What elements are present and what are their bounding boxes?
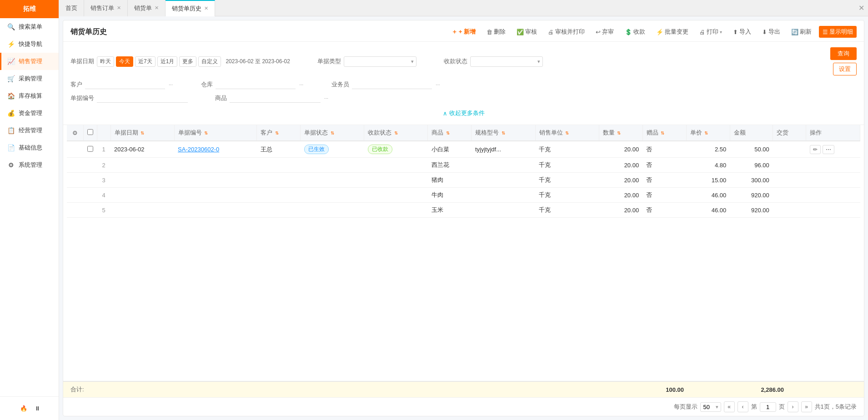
doc-type-select[interactable] <box>344 56 416 67</box>
query-button[interactable]: 查询 <box>830 47 857 60</box>
date-btn-custom[interactable]: 自定义 <box>198 56 221 67</box>
sidebar-item-basic-info[interactable]: 📄 基础信息 <box>0 139 59 156</box>
first-page-button[interactable]: « <box>724 401 735 412</box>
delete-button[interactable]: 🗑 删除 <box>483 26 509 38</box>
show-detail-button[interactable]: ☰ 显示明细 <box>819 26 857 38</box>
collect-status-select[interactable] <box>470 56 543 67</box>
td-check[interactable] <box>83 141 97 158</box>
date-btn-1month[interactable]: 近1月 <box>157 56 178 67</box>
th-collect-status-label: 收款状态 <box>368 129 391 136</box>
print-button[interactable]: 🖨 打印 ▾ <box>696 26 726 38</box>
sidebar-item-ops-mgmt[interactable]: 📋 经营管理 <box>0 122 59 139</box>
goods-dots[interactable]: ··· <box>323 95 329 101</box>
td-doc-status <box>301 188 364 203</box>
sidebar-item-sales-mgmt[interactable]: 📈 销售管理 <box>0 53 59 70</box>
close-sales-history-tab[interactable]: ✕ <box>204 6 208 11</box>
date-btn-7days[interactable]: 近7天 <box>135 56 156 67</box>
th-spec[interactable]: 规格型号 ⇅ <box>472 125 535 141</box>
prev-page-button[interactable]: ‹ <box>738 401 748 412</box>
date-btn-today[interactable]: 今天 <box>116 56 133 67</box>
customer-input[interactable] <box>85 80 165 89</box>
td-collect-status <box>364 173 428 188</box>
batch-change-button[interactable]: ⚡ 批量变更 <box>652 26 692 38</box>
table-row: 1 2023-06-02 SA-20230602-0 王总 已生效 已收款 小白… <box>67 141 860 158</box>
sidebar-item-sys-mgmt[interactable]: ⚙ 系统管理 <box>0 156 59 174</box>
sidebar-item-label: 搜索菜单 <box>19 23 42 31</box>
more-action-button[interactable]: ⋯ <box>823 145 834 154</box>
th-customer[interactable]: 客户 ⇅ <box>257 125 301 141</box>
salesperson-input[interactable] <box>352 80 432 89</box>
close-sales-goods-tab[interactable]: ✕ <box>155 5 159 10</box>
detail-icon: ☰ <box>823 29 828 35</box>
audit-button[interactable]: ✅ 审核 <box>513 26 541 38</box>
pause-icon[interactable]: ⏸ <box>35 405 40 412</box>
close-sales-order-tab[interactable]: ✕ <box>117 5 121 10</box>
doc-icon: 📄 <box>7 144 15 151</box>
td-gear <box>67 173 83 188</box>
th-date[interactable]: 单据日期 ⇅ <box>110 125 174 141</box>
th-doc-status[interactable]: 单据状态 ⇅ <box>301 125 364 141</box>
refresh-button[interactable]: 🔄 刷新 <box>788 26 815 38</box>
salesperson-dots[interactable]: ··· <box>435 82 441 87</box>
sidebar-item-inventory[interactable]: 🏠 库存核算 <box>0 87 59 105</box>
date-btn-more[interactable]: 更多 <box>179 56 196 67</box>
set-button[interactable]: 设置 <box>833 63 857 75</box>
td-customer <box>257 173 301 188</box>
goods-input[interactable] <box>230 94 321 103</box>
td-amount: 96.00 <box>730 158 773 173</box>
export-button[interactable]: ⬇ 导出 <box>758 26 784 38</box>
th-collect-status[interactable]: 收款状态 ⇅ <box>364 125 428 141</box>
warehouse-input[interactable] <box>216 80 296 89</box>
th-gift[interactable]: 赠品 ⇅ <box>642 125 686 141</box>
th-price[interactable]: 单价 ⇅ <box>686 125 730 141</box>
sidebar-item-search-menu[interactable]: 🔍 搜索菜单 <box>0 18 59 35</box>
doc-no-input[interactable] <box>97 94 188 103</box>
fire-icon[interactable]: 🔥 <box>20 405 27 412</box>
tab-home[interactable]: 首页 <box>59 0 84 16</box>
td-gear <box>67 188 83 203</box>
edit-button[interactable]: ✏ <box>810 145 821 154</box>
gift-sort-icon: ⇅ <box>661 130 664 135</box>
sidebar-item-purchase-mgmt[interactable]: 🛒 采购管理 <box>0 70 59 87</box>
next-page-button[interactable]: › <box>788 401 798 412</box>
customer-dots[interactable]: ··· <box>168 82 174 87</box>
action-buttons: ✏ ⋯ <box>810 145 857 154</box>
sidebar-logo: 拓维 <box>0 0 59 18</box>
warehouse-dots[interactable]: ··· <box>298 82 304 87</box>
collapse-button[interactable]: ∧ 收起更多条件 <box>70 107 857 119</box>
td-amount: 920.00 <box>730 188 773 203</box>
page-input[interactable] <box>760 402 776 412</box>
row-checkbox[interactable] <box>87 146 93 152</box>
td-check[interactable] <box>83 158 97 173</box>
td-date <box>110 173 174 188</box>
td-check[interactable] <box>83 203 97 218</box>
select-all-checkbox[interactable] <box>87 129 93 135</box>
audit-print-button[interactable]: 🖨 审核并打印 <box>544 26 588 38</box>
customer-label: 客户 <box>70 80 82 89</box>
tab-bar-close-all[interactable]: ✕ <box>858 4 868 12</box>
th-goods[interactable]: 商品 ⇅ <box>428 125 472 141</box>
th-unit[interactable]: 销售单位 ⇅ <box>535 125 599 141</box>
last-page-button[interactable]: » <box>801 401 812 412</box>
clipboard-icon: 📋 <box>7 127 15 134</box>
tab-sales-goods[interactable]: 销货单 ✕ <box>128 0 166 16</box>
td-check[interactable] <box>83 188 97 203</box>
abandon-button[interactable]: ↩ 弃审 <box>592 26 617 38</box>
sidebar-item-finance-mgmt[interactable]: 💰 资金管理 <box>0 105 59 122</box>
tab-sales-order[interactable]: 销售订单 ✕ <box>84 0 128 16</box>
th-gear[interactable]: ⚙ <box>67 125 83 141</box>
import-button[interactable]: ⬆ 导入 <box>729 26 755 38</box>
new-button[interactable]: ＋ + 新增 <box>448 26 479 38</box>
table-row: 3 猪肉 千克 20.00 否 15.00 300.00 <box>67 173 860 188</box>
th-doc-no[interactable]: 单据编号 ⇅ <box>174 125 257 141</box>
th-qty[interactable]: 数量 ⇅ <box>599 125 642 141</box>
td-check[interactable] <box>83 173 97 188</box>
collect-button[interactable]: 💲 收款 <box>621 26 649 38</box>
collect-status-select-wrapper <box>470 56 543 67</box>
tab-sales-history[interactable]: 销货单历史 ✕ <box>166 0 215 16</box>
doc-no-link[interactable]: SA-20230602-0 <box>178 146 219 153</box>
per-page-select[interactable]: 50 100 200 <box>700 402 721 412</box>
th-amount-label: 金额 <box>734 129 746 136</box>
date-btn-yesterday[interactable]: 昨天 <box>97 56 114 67</box>
sidebar-item-quick-nav[interactable]: ⚡ 快捷导航 <box>0 35 59 53</box>
